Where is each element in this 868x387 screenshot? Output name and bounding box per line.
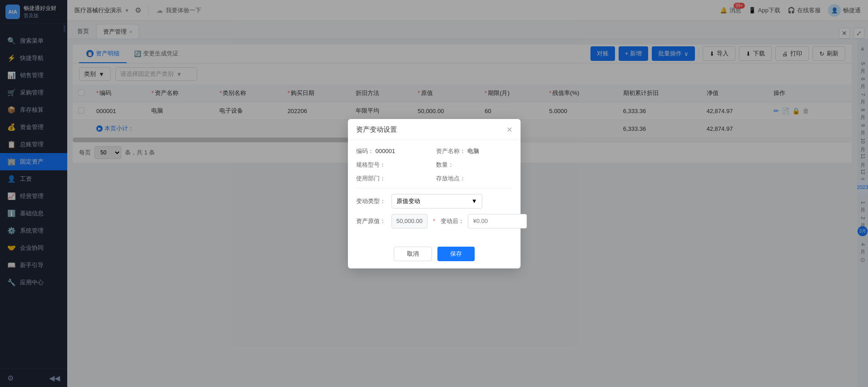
modal-field-spec: 规格型号： — [356, 161, 432, 169]
modal-value-row: 资产原值： 50,000.00 * 变动后： — [356, 214, 512, 228]
asset-change-modal: 资产变动设置 ✕ 编码： 000001 资产名称： 电脑 规格型号： — [348, 119, 521, 268]
select-chevron-icon: ▼ — [471, 198, 477, 204]
save-button[interactable]: 保存 — [437, 247, 475, 261]
modal-field-asset-name: 资产名称： 电脑 — [436, 147, 512, 155]
modal-row-2: 规格型号： 数量： — [356, 161, 512, 169]
modal-title: 资产变动设置 — [356, 125, 397, 134]
modal-header: 资产变动设置 ✕ — [348, 119, 521, 140]
modal-field-location: 存放地点： — [436, 174, 512, 183]
modal-change-type-row: 变动类型： 原值变动 ▼ — [356, 194, 512, 208]
modal-row-1: 编码： 000001 资产名称： 电脑 — [356, 147, 512, 155]
after-value-input[interactable] — [468, 214, 527, 228]
required-mark: * — [433, 218, 435, 224]
modal-field-quantity: 数量： — [436, 161, 512, 169]
modal-body: 编码： 000001 资产名称： 电脑 规格型号： 数量： — [348, 140, 521, 241]
modal-close-btn[interactable]: ✕ — [506, 125, 512, 134]
modal-field-department: 使用部门： — [356, 174, 432, 183]
modal-row-3: 使用部门： 存放地点： — [356, 174, 512, 183]
original-value-input: 50,000.00 — [392, 214, 428, 228]
modal-footer: 取消 保存 — [348, 241, 521, 268]
modal-field-code: 编码： 000001 — [356, 147, 432, 155]
change-type-select[interactable]: 原值变动 ▼ — [392, 194, 482, 208]
cancel-button[interactable]: 取消 — [394, 247, 432, 261]
modal-divider — [356, 188, 512, 189]
modal-overlay: 资产变动设置 ✕ 编码： 000001 资产名称： 电脑 规格型号： — [0, 0, 868, 387]
